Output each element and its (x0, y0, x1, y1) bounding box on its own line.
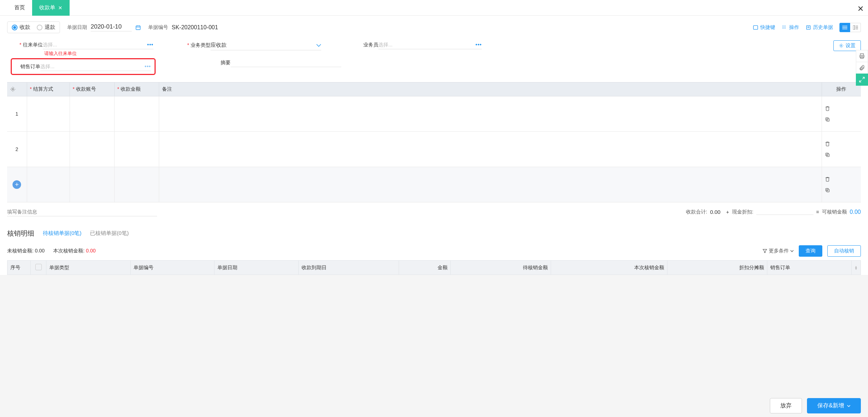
customer-input[interactable] (43, 42, 147, 47)
doc-number-label: 单据编号 (148, 24, 168, 31)
shortcut-label: 快捷键 (760, 24, 775, 31)
cell-settle[interactable] (27, 132, 70, 167)
delete-icon[interactable] (825, 106, 858, 111)
salesorder-label: 销售订单 (15, 64, 40, 70)
table-header-gear[interactable] (7, 82, 27, 96)
th-amount[interactable]: 金额 (399, 261, 450, 275)
shortcut-icon (753, 25, 758, 30)
delete-icon[interactable] (825, 176, 858, 182)
header-actions: 快捷键 操作 历史单据 (753, 23, 861, 32)
biztype-value[interactable]: 应收款 (211, 42, 316, 49)
svg-point-8 (784, 25, 786, 26)
th-duedate[interactable]: 收款到期日 (298, 261, 399, 275)
svg-rect-17 (853, 25, 855, 30)
add-row-button[interactable]: + (12, 180, 21, 189)
tab-receipt[interactable]: 收款单 ✕ (32, 0, 70, 16)
copy-icon[interactable] (825, 152, 858, 157)
total-label: 收款合计: (686, 209, 707, 215)
tab-receipt-label: 收款单 (39, 4, 55, 11)
salesperson-input[interactable] (378, 42, 475, 47)
gear-icon (839, 43, 844, 48)
cell-settle[interactable] (27, 96, 70, 132)
cell-amount[interactable] (114, 132, 159, 167)
lookup-icon[interactable]: ••• (145, 64, 151, 69)
th-salesorder[interactable]: 销售订单 (767, 261, 852, 275)
doc-date-field: 单据日期 2020-01-10 (67, 23, 141, 31)
doc-date-label: 单据日期 (67, 24, 87, 31)
dock-print-icon[interactable] (856, 50, 868, 62)
settings-label: 设置 (846, 42, 856, 49)
svg-line-37 (859, 80, 861, 82)
gear-icon (10, 86, 16, 92)
delete-icon[interactable] (825, 141, 858, 146)
settings-button[interactable]: 设置 (833, 40, 861, 51)
view-toggle-list[interactable] (839, 23, 850, 32)
calendar-icon[interactable] (135, 25, 141, 30)
tab-close-icon[interactable]: ✕ (58, 5, 62, 11)
summary-input[interactable] (231, 60, 341, 65)
tab-home[interactable]: 首页 (7, 0, 32, 16)
thisverify-label: 本次核销金额: (53, 248, 85, 253)
customer-field: *往来单位 ••• 请输入往来单位 (14, 40, 153, 49)
receipt-type-radio-group: 收款 退款 (7, 21, 60, 33)
svg-rect-0 (136, 26, 140, 30)
summary-field: 摘要 (202, 58, 341, 67)
doc-number-field: 单据编号 SK-20200110-001 (148, 24, 218, 31)
grid-icon (782, 25, 787, 30)
doc-date-value[interactable]: 2020-01-10 (91, 23, 132, 31)
radio-receipt[interactable]: 收款 (12, 24, 30, 31)
payment-table: *结算方式 *收款账号 *收款金额 备注 操作 1 (7, 82, 861, 202)
th-docnum[interactable]: 单据编号 (130, 261, 215, 275)
dock-expand-icon[interactable] (856, 74, 868, 86)
writeoff-section: 核销明细 待核销单据(0笔) 已核销单据(0笔) 未核销金额: 0.00 本次核… (7, 228, 861, 275)
shortcut-link[interactable]: 快捷键 (753, 24, 775, 31)
chevron-down-icon (790, 250, 794, 252)
th-thistime[interactable]: 本次核销金额 (551, 261, 667, 275)
remark-input[interactable] (7, 207, 157, 216)
summary-label: 摘要 (202, 60, 231, 66)
chevron-down-icon[interactable] (316, 44, 321, 47)
cell-actions (822, 167, 861, 202)
radio-refund[interactable]: 退款 (37, 24, 55, 31)
summary-row: 收款合计: 0.00 + 现金折扣: = 可核销金额 0.00 (7, 202, 861, 221)
writeoff-tab-pending[interactable]: 待核销单据(0笔) (43, 228, 81, 238)
cell-amount[interactable] (114, 96, 159, 132)
th-sort[interactable]: ▲▼ (852, 261, 861, 275)
copy-icon[interactable] (825, 187, 858, 193)
operate-link[interactable]: 操作 (782, 24, 799, 31)
cell-remark[interactable] (159, 96, 822, 132)
close-icon[interactable]: ✕ (857, 4, 864, 14)
writeoff-table: 序号 单据类型 单据编号 单据日期 收款到期日 金额 待核销金额 本次核销金额 … (7, 260, 861, 275)
copy-icon[interactable] (825, 117, 858, 122)
cell-remark[interactable] (159, 132, 822, 167)
side-dock (856, 50, 868, 85)
th-discount[interactable]: 折扣分摊额 (667, 261, 767, 275)
th-pending[interactable]: 待核销金额 (450, 261, 551, 275)
more-filter-link[interactable]: 更多条件 (762, 248, 794, 254)
discount-input[interactable] (756, 209, 813, 215)
cell-account[interactable] (70, 132, 114, 167)
lookup-icon[interactable]: ••• (475, 42, 482, 47)
th-docdate[interactable]: 单据日期 (215, 261, 299, 275)
th-amount: *收款金额 (114, 82, 159, 96)
lookup-icon[interactable]: ••• (147, 42, 153, 47)
cell-account[interactable] (70, 96, 114, 132)
history-link[interactable]: 历史单据 (806, 24, 833, 31)
auto-writeoff-button[interactable]: 自动核销 (827, 245, 861, 257)
unverified-value: 0.00 (35, 248, 45, 253)
writeoff-tab-done[interactable]: 已核销单据(0笔) (90, 228, 128, 238)
th-doctype[interactable]: 单据类型 (46, 261, 131, 275)
view-toggle-card[interactable] (850, 23, 861, 32)
th-check[interactable] (31, 261, 46, 275)
salesorder-input[interactable] (40, 64, 145, 69)
svg-point-22 (12, 89, 14, 90)
checkbox-icon (35, 264, 42, 270)
salesperson-field: 业务员 ••• (350, 40, 482, 49)
dock-attachment-icon[interactable] (856, 62, 868, 74)
query-button[interactable]: 查询 (799, 245, 822, 257)
thisverify-group: 本次核销金额: 0.00 (53, 248, 96, 254)
customer-error: 请输入往来单位 (44, 50, 77, 57)
th-remark: 备注 (159, 82, 822, 96)
svg-marker-32 (763, 249, 767, 252)
radio-unselected-icon (37, 25, 42, 30)
